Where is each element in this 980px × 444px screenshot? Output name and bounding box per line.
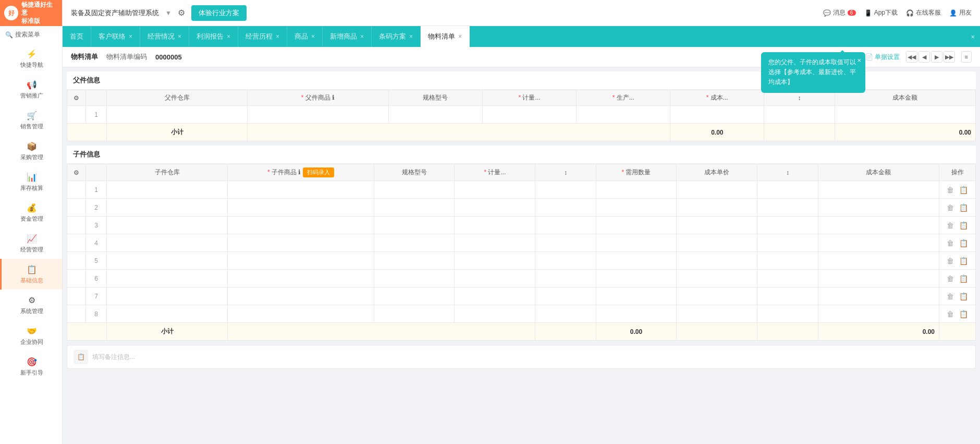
- child-cell-product-6[interactable]: [228, 270, 374, 287]
- trial-button[interactable]: 体验行业方案: [191, 5, 247, 21]
- child-cell-warehouse-3[interactable]: [107, 217, 228, 234]
- child-cell-warehouse-6[interactable]: [107, 270, 228, 287]
- sidebar-item-finance[interactable]: 💰 资金管理: [0, 197, 62, 228]
- child-cell-unit-2[interactable]: [455, 199, 535, 217]
- parent-th-settings[interactable]: ⚙: [67, 90, 86, 106]
- child-cell-unit-7[interactable]: [455, 287, 535, 305]
- child-cell-qty-5[interactable]: [596, 252, 677, 270]
- user-profile[interactable]: 👤 用友: [949, 8, 972, 17]
- parent-cell-spec-1[interactable]: [388, 106, 482, 124]
- tab-close-customer[interactable]: ×: [129, 33, 132, 40]
- tab-profit[interactable]: 利润报告 ×: [189, 26, 238, 47]
- child-cell-spec-7[interactable]: [374, 287, 455, 305]
- child-cell-warehouse-7[interactable]: [107, 287, 228, 305]
- delete-icon-3[interactable]: 🗑: [945, 221, 956, 230]
- layout-toggle[interactable]: ≡: [961, 51, 972, 63]
- message-button[interactable]: 💬 消息 6: [823, 8, 856, 17]
- tab-home[interactable]: 首页: [63, 26, 91, 47]
- sidebar-item-collab[interactable]: 🤝 企业协同: [0, 320, 62, 351]
- online-service-button[interactable]: 🎧 在线客服: [906, 8, 941, 17]
- tab-product[interactable]: 商品 ×: [287, 26, 323, 47]
- child-cell-spec-2[interactable]: [374, 199, 455, 217]
- child-cell-spec-1[interactable]: [374, 181, 455, 199]
- child-cell-product-8[interactable]: [228, 305, 374, 323]
- child-cell-unit-6[interactable]: [455, 270, 535, 287]
- child-cell-qty-7[interactable]: [596, 287, 677, 305]
- parent-cell-unit-1[interactable]: [482, 106, 576, 124]
- child-cell-warehouse-2[interactable]: [107, 199, 228, 217]
- tooltip-close-icon[interactable]: ×: [857, 55, 861, 66]
- child-cell-spec-8[interactable]: [374, 305, 455, 323]
- child-cell-warehouse-5[interactable]: [107, 252, 228, 270]
- delete-icon-8[interactable]: 🗑: [945, 310, 956, 318]
- nav-last[interactable]: ▶▶: [944, 51, 955, 63]
- tab-operations[interactable]: 经营情况 ×: [140, 26, 189, 47]
- copy-icon-4[interactable]: 📋: [958, 239, 970, 247]
- tab-customer[interactable]: 客户联络 ×: [91, 26, 140, 47]
- copy-icon-8[interactable]: 📋: [958, 310, 970, 318]
- sidebar-item-inventory[interactable]: 📊 库存核算: [0, 166, 62, 197]
- child-cell-unitcost-8[interactable]: [677, 305, 757, 323]
- copy-icon-2[interactable]: 📋: [958, 203, 970, 212]
- child-cell-unitcost-2[interactable]: [677, 199, 757, 217]
- doc-settings-action[interactable]: 📄 单据设置: [865, 53, 900, 62]
- tab-close-all[interactable]: ×: [965, 26, 980, 47]
- sidebar-item-sales[interactable]: 🛒 销售管理: [0, 105, 62, 136]
- child-cell-unitcost-4[interactable]: [677, 234, 757, 252]
- child-cell-qty-6[interactable]: [596, 270, 677, 287]
- sidebar-item-operations[interactable]: 📈 经营管理: [0, 228, 62, 259]
- settings-icon[interactable]: ⚙: [178, 8, 185, 18]
- child-cell-warehouse-1[interactable]: [107, 181, 228, 199]
- child-cell-product-4[interactable]: [228, 234, 374, 252]
- copy-icon-3[interactable]: 📋: [958, 221, 970, 230]
- tab-close-history[interactable]: ×: [276, 33, 279, 40]
- app-download-button[interactable]: 📱 App下载: [864, 8, 898, 17]
- tab-close-operations[interactable]: ×: [178, 33, 181, 40]
- child-cell-product-2[interactable]: [228, 199, 374, 217]
- nav-first[interactable]: ◀◀: [906, 51, 917, 63]
- delete-icon-6[interactable]: 🗑: [945, 274, 956, 283]
- child-cell-unitcost-6[interactable]: [677, 270, 757, 287]
- child-cell-spec-3[interactable]: [374, 217, 455, 234]
- tab-history[interactable]: 经营历程 ×: [238, 26, 287, 47]
- child-cell-unitcost-5[interactable]: [677, 252, 757, 270]
- child-cell-unit-8[interactable]: [455, 305, 535, 323]
- parent-cell-warehouse-1[interactable]: [107, 106, 248, 124]
- child-cell-qty-3[interactable]: [596, 217, 677, 234]
- child-cell-product-3[interactable]: [228, 217, 374, 234]
- child-cell-unit-5[interactable]: [455, 252, 535, 270]
- nav-next[interactable]: ▶: [931, 51, 942, 63]
- sidebar-item-system[interactable]: ⚙ 系统管理: [0, 290, 62, 320]
- sidebar-item-search[interactable]: 🔍 搜索菜单: [0, 26, 62, 43]
- note-placeholder[interactable]: 填写备注信息...: [92, 353, 135, 362]
- delete-icon-7[interactable]: 🗑: [945, 292, 956, 301]
- child-cell-product-1[interactable]: [228, 181, 374, 199]
- delete-icon-1[interactable]: 🗑: [945, 186, 956, 194]
- sidebar-item-basic-info[interactable]: 📋 基础信息: [0, 259, 62, 290]
- tab-close-new-product[interactable]: ×: [360, 33, 364, 40]
- nav-prev[interactable]: ◀: [918, 51, 930, 63]
- copy-icon-5[interactable]: 📋: [958, 257, 970, 265]
- sidebar-item-newuser[interactable]: 🎯 新手引导: [0, 351, 62, 382]
- tab-close-barcode[interactable]: ×: [409, 33, 413, 40]
- child-cell-warehouse-4[interactable]: [107, 234, 228, 252]
- tab-close-profit[interactable]: ×: [227, 33, 230, 40]
- child-cell-unitcost-7[interactable]: [677, 287, 757, 305]
- delete-icon-5[interactable]: 🗑: [945, 257, 956, 265]
- child-cell-unit-3[interactable]: [455, 217, 535, 234]
- copy-icon-6[interactable]: 📋: [958, 274, 970, 283]
- tab-close-bom[interactable]: ×: [458, 33, 462, 40]
- child-cell-spec-4[interactable]: [374, 234, 455, 252]
- child-cell-qty-1[interactable]: [596, 181, 677, 199]
- delete-icon-2[interactable]: 🗑: [945, 203, 956, 212]
- sidebar-item-purchase[interactable]: 📦 采购管理: [0, 136, 62, 166]
- child-cell-unit-4[interactable]: [455, 234, 535, 252]
- dropdown-arrow[interactable]: ▼: [165, 9, 172, 17]
- tab-bom[interactable]: 物料清单 ×: [421, 26, 470, 47]
- child-th-settings[interactable]: ⚙: [67, 164, 86, 181]
- child-cell-qty-4[interactable]: [596, 234, 677, 252]
- parent-cell-production-1[interactable]: [577, 106, 670, 124]
- child-cell-spec-6[interactable]: [374, 270, 455, 287]
- scan-button[interactable]: 扫码录入: [303, 167, 334, 177]
- tab-barcode[interactable]: 条码方案 ×: [372, 26, 421, 47]
